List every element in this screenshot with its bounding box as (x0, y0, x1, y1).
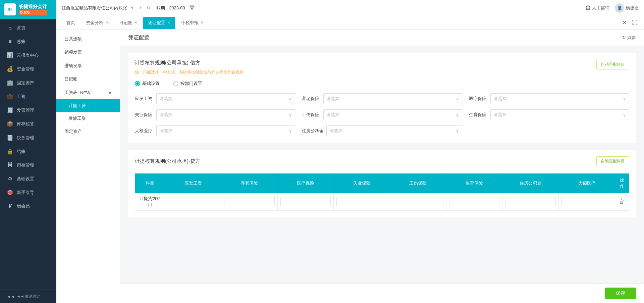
page-title: 凭证配置 (128, 34, 150, 41)
sidebar-item-salary[interactable]: 💼 工资 (0, 90, 56, 103)
row-housing-input-cell (502, 193, 559, 211)
sidebar-item-tax[interactable]: 📑 税务管理 (0, 131, 56, 145)
sidebar-item-settings[interactable]: ⚙ 基础设置 (0, 172, 56, 186)
radio-dept-circle (173, 81, 178, 86)
tab-funds[interactable]: 资金分析 ✕ (81, 17, 113, 29)
home-icon: ⌂ (7, 25, 13, 31)
row-wages-input[interactable] (168, 197, 218, 206)
sidebar-item-member[interactable]: V 畅会员 (0, 199, 56, 213)
row-delete-btn[interactable]: 🗑 (619, 199, 625, 205)
nav-item-fixed-assets[interactable]: 固定资产 (56, 125, 120, 138)
debit-auto-match-btn[interactable]: 自动匹配科目 (596, 60, 629, 69)
row-maternity-input[interactable] (449, 197, 500, 206)
sidebar-nav: ⌂ 首页 ≡ 总账 📊 云报表中心 💰 资金管理 🏢 固定资产 💼 工资 🧾 发… (0, 19, 56, 290)
refresh-icon: ↻ (622, 35, 626, 40)
company-dropdown-icon[interactable]: ▾ (131, 5, 133, 10)
sidebar-collapse-btn[interactable]: ◄◄ ◄◄ 取消固定 (0, 290, 56, 303)
sidebar-item-guide[interactable]: 🎯 新手引导 (0, 186, 56, 199)
fullscreen-btn[interactable]: ⛶ (631, 18, 639, 27)
sidebar-item-ledger[interactable]: ≡ 总账 (0, 35, 56, 48)
sidebar-item-reports[interactable]: 📊 云报表中心 (0, 48, 56, 62)
form-item-maternity: 生育保险 请选择 ∨ (469, 109, 629, 120)
sidebar-item-label: 库存核算 (17, 121, 34, 127)
injury-placeholder: 请选择 (326, 112, 339, 118)
invoices-icon: 🧾 (7, 107, 13, 113)
refresh-label: 刷新 (627, 35, 636, 41)
tabbar-actions: ✕ ⛶ (621, 18, 639, 27)
tab-tax[interactable]: 个税申报 ✕ (176, 17, 208, 29)
wages-placeholder: 请选择 (159, 96, 172, 102)
row-injury-input[interactable] (393, 197, 443, 206)
unemployment-select[interactable]: 请选择 ∨ (156, 109, 295, 120)
maternity-select[interactable]: 请选择 ∨ (490, 109, 629, 120)
settings-gear-icon[interactable]: ⚙ (147, 5, 151, 10)
nav-item-public[interactable]: 公共选项 (56, 32, 120, 46)
sidebar-item-archive[interactable]: 🗄 归档管理 (0, 158, 56, 172)
nav-item-journal[interactable]: 日记账 (56, 72, 120, 86)
radio-basic[interactable]: 基础设置 (135, 81, 160, 87)
pension-arrow-icon: ∨ (456, 96, 459, 101)
nav-item-salary-table[interactable]: 工资表 NEW ∨ (56, 86, 120, 99)
debit-section-title: 计提核算规则(公司承担)-借方 (135, 60, 596, 66)
row-medical-input[interactable] (280, 197, 331, 206)
wages-select[interactable]: 请选择 ∨ (156, 93, 295, 104)
tab-funds-label: 资金分析 (86, 20, 103, 26)
page-footer: 保存 (120, 283, 644, 303)
nav-pay-salary-label: 发放工资 (68, 116, 86, 121)
tab-funds-close[interactable]: ✕ (105, 20, 108, 25)
nav-fixed-assets-label: 固定资产 (64, 129, 82, 135)
nav-public-label: 公共选项 (64, 36, 82, 42)
company-name: 江西服宝精品有限责任公司内账张 (62, 5, 127, 11)
nav-sales-label: 销项发票 (64, 49, 82, 55)
unemployment-arrow-icon: ∨ (289, 112, 292, 117)
nav-item-pay-salary[interactable]: 发放工资 (56, 112, 120, 125)
credit-section: 计提核算规则(公司承担)-贷方 自动匹配科目 科目 应发工资 养老保险 医疗保险… (128, 150, 636, 217)
save-btn[interactable]: 保存 (605, 288, 636, 299)
form-item-injury: 工伤保险 请选择 ∨ (302, 109, 462, 120)
injury-select[interactable]: 请选择 ∨ (323, 109, 462, 120)
nav-item-purchase[interactable]: 进项发票 (56, 59, 120, 72)
sidebar-item-label: 固定资产 (17, 80, 34, 86)
row-pension-input[interactable] (224, 197, 275, 206)
row-large-medical-input[interactable] (561, 197, 612, 206)
settings-icon: ⚙ (7, 175, 13, 182)
tax-icon: 📑 (7, 135, 13, 141)
sidebar-item-inventory[interactable]: 📦 库存核算 (0, 117, 56, 131)
col-large-medical: 大额医疗 (559, 174, 615, 193)
radio-dept[interactable]: 按部门设置 (173, 81, 202, 87)
sidebar-item-label: 总账 (17, 39, 25, 45)
pension-select[interactable]: 请选择 ∨ (323, 93, 462, 104)
nav-item-advance-salary[interactable]: 计提工资 (56, 99, 120, 112)
row-housing-input[interactable] (505, 197, 556, 206)
large-medical-select[interactable]: 请选择 ∨ (156, 125, 295, 136)
reports-icon: 📊 (7, 52, 13, 58)
row-unemployment-input[interactable] (336, 197, 387, 206)
tab-journal-close[interactable]: ✕ (134, 20, 137, 25)
tab-journal[interactable]: 日记账 ✕ (114, 17, 142, 29)
close-period-icon: 🔒 (7, 148, 13, 155)
medical-select[interactable]: 请选择 ∨ (490, 93, 629, 104)
nav-item-sales[interactable]: 销项发票 (56, 46, 120, 59)
sidebar-item-home[interactable]: ⌂ 首页 (0, 21, 56, 35)
refresh-btn[interactable]: ↻ 刷新 (622, 35, 636, 41)
add-company-btn[interactable]: ＋ (138, 4, 143, 11)
sidebar-item-assets[interactable]: 🏢 固定资产 (0, 76, 56, 90)
housing-select[interactable]: 请选择 ∨ (326, 125, 462, 136)
tab-tax-close[interactable]: ✕ (201, 20, 204, 25)
close-all-tabs-btn[interactable]: ✕ (621, 18, 628, 27)
tab-voucher-close[interactable]: ✕ (167, 20, 170, 25)
tab-voucher[interactable]: 凭证配置 ✕ (143, 17, 175, 29)
sidebar-item-invoices[interactable]: 🧾 发票管理 (0, 103, 56, 117)
tab-home[interactable]: 首页 (62, 17, 80, 29)
page-area: 公共选项 销项发票 进项发票 日记账 工资表 NEW ∨ 计提工资 (56, 30, 644, 303)
sidebar-item-close[interactable]: 🔒 结账 (0, 145, 56, 158)
user-menu[interactable]: 👤 畅捷通 (615, 3, 639, 13)
consult-btn[interactable]: 🎧 人工咨询 (585, 5, 609, 11)
nav-advance-salary-label: 计提工资 (68, 103, 86, 108)
debit-section: 计提核算规则(公司承担)-借方 注：只能选择一种方式，系统将按照您当前的选择来配… (128, 53, 636, 143)
sidebar-item-funds[interactable]: 💰 资金管理 (0, 62, 56, 76)
calendar-icon[interactable]: 📅 (189, 5, 195, 10)
large-medical-placeholder: 请选择 (159, 128, 172, 134)
col-medical: 医疗保险 (277, 174, 334, 193)
credit-auto-match-btn[interactable]: 自动匹配科目 (596, 156, 629, 166)
